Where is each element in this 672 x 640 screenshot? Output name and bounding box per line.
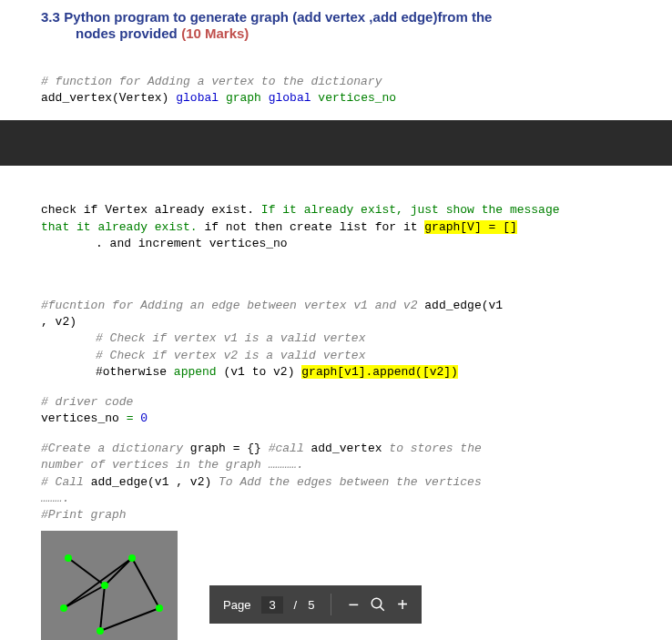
- svg-line-6: [100, 608, 159, 631]
- svg-line-3: [64, 558, 132, 608]
- comment-line: ……….: [41, 491, 631, 507]
- svg-line-4: [100, 585, 105, 631]
- comment-line: # driver code: [41, 394, 631, 411]
- total-pages: 5: [308, 598, 314, 612]
- code-text: 0: [140, 411, 148, 425]
- zoom-in-icon[interactable]: +: [397, 594, 408, 615]
- comment-line: to stores the: [389, 442, 481, 455]
- comment-line: # Call: [41, 475, 84, 489]
- keyword: global: [176, 91, 219, 105]
- section-title-line1: Python program to generate graph (add ve…: [64, 9, 492, 25]
- code-text: add_edge(v1: [424, 299, 503, 312]
- highlighted-code: graph[V] = []: [424, 220, 516, 234]
- page-separator: /: [294, 598, 298, 612]
- comment-line: # Check if vertex v2 is a valid vertex: [41, 348, 631, 364]
- svg-point-7: [372, 598, 382, 608]
- code-text: if not then create list for it: [204, 220, 417, 234]
- code-block-1: # function for Adding a vertex to the di…: [0, 74, 672, 107]
- code-text: If it already exist, just show the messa…: [261, 203, 560, 217]
- dark-separator: [0, 120, 672, 166]
- comment-line: #call: [269, 442, 304, 455]
- identifier: vertices_no: [318, 91, 396, 105]
- code-text: =: [127, 411, 134, 425]
- comment-line: #Print graph: [41, 507, 631, 523]
- question-header: 3.3 Python program to generate graph (ad…: [0, 0, 672, 56]
- code-text: . and increment vertices_no: [96, 237, 288, 250]
- section-title-line2: nodes provided: [76, 25, 178, 41]
- page-label: Page: [223, 598, 250, 612]
- code-text: check if Vertex already exist.: [41, 203, 254, 217]
- comment-line: #Create a dictionary: [41, 442, 183, 455]
- comment-line: #fucntion for Adding an edge between ver…: [41, 299, 417, 312]
- highlighted-code: graph[v1].append([v2]): [301, 365, 458, 379]
- comment-line: # Check if vertex v1 is a valid vertex: [41, 330, 631, 347]
- code-block-5: #Create a dictionary graph = {} #call ad…: [0, 441, 672, 523]
- code-block-2: check if Vertex already exist. If it alr…: [0, 202, 672, 252]
- marks-label: (10 Marks): [181, 25, 249, 41]
- toolbar-divider: [331, 594, 331, 615]
- code-block-3: #fucntion for Adding an edge between ver…: [0, 298, 672, 381]
- code-text: add_vertex(Vertex): [41, 91, 168, 105]
- code-text: #otherwise: [96, 365, 167, 379]
- code-text: , v2): [41, 314, 631, 330]
- comment-line: To Add the edges between the vertices: [219, 475, 482, 489]
- graph-image: [41, 531, 178, 640]
- current-page[interactable]: 3: [261, 596, 282, 614]
- code-text: (v1 to v2): [223, 365, 294, 379]
- comment-line: number of vertices in the graph ………….: [41, 457, 631, 473]
- code-text: graph = {}: [190, 442, 261, 455]
- section-number: 3.3: [41, 9, 60, 25]
- code-block-4: # driver code vertices_no = 0: [0, 394, 672, 427]
- identifier: graph: [226, 91, 261, 105]
- code-text: add_vertex: [311, 442, 382, 455]
- code-text: that it already exist.: [41, 220, 198, 234]
- code-text: add_edge(v1 , v2): [91, 475, 212, 489]
- pdf-toolbar: Page 3 / 5 − +: [209, 585, 422, 624]
- svg-line-8: [380, 606, 384, 611]
- keyword: global: [269, 91, 311, 105]
- code-text: vertices_no: [41, 411, 119, 425]
- code-text: append: [174, 365, 217, 379]
- zoom-icon[interactable]: [370, 596, 386, 613]
- zoom-out-icon[interactable]: −: [348, 594, 359, 615]
- comment-line: # function for Adding a vertex to the di…: [41, 74, 631, 90]
- svg-line-5: [132, 558, 159, 608]
